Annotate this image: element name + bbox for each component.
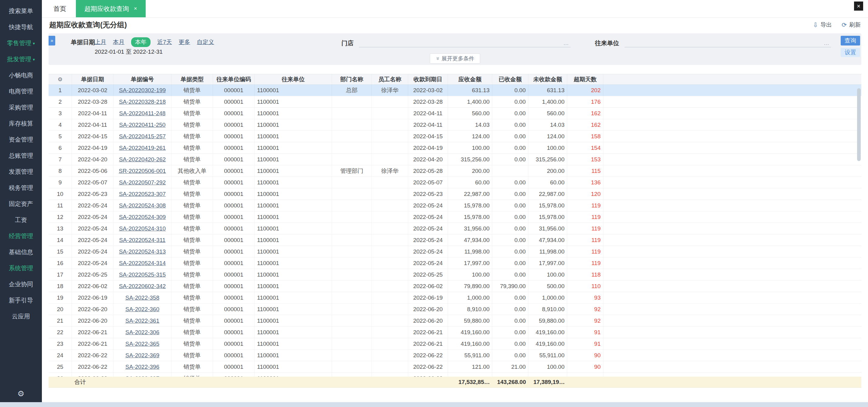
column-header-doc_date[interactable]: 单据日期 bbox=[72, 74, 114, 84]
cell-doc_no[interactable]: SA-2022-358 bbox=[114, 292, 172, 303]
cell-doc_no[interactable]: SA-2022-361 bbox=[114, 315, 172, 326]
column-header-received[interactable]: 已收金额 bbox=[492, 74, 528, 84]
date-quick-option-2[interactable]: 本年 bbox=[131, 37, 151, 47]
sidebar-item-14[interactable]: 经营管理 bbox=[0, 228, 42, 244]
window-close-button[interactable]: × bbox=[854, 2, 863, 11]
sidebar-item-5[interactable]: 电商管理 bbox=[0, 83, 42, 99]
sidebar-item-17[interactable]: 企业协同 bbox=[0, 276, 42, 292]
document-link[interactable]: SA-20220602-342 bbox=[119, 283, 166, 290]
document-link[interactable]: SA-20220419-261 bbox=[119, 145, 166, 151]
table-row[interactable]: 102022-05-23SA-20220523-307销货单0000011100… bbox=[49, 188, 861, 200]
table-row[interactable]: 42022-04-11SA-20220411-250销货单00000111000… bbox=[49, 119, 861, 131]
document-link[interactable]: SA-2022-306 bbox=[125, 329, 159, 336]
table-row[interactable]: 262022-06-23SA-2022-397销货单00000111000012… bbox=[49, 373, 861, 377]
sidebar-item-2[interactable]: 零售管理▾ bbox=[0, 35, 42, 51]
table-row[interactable]: 252022-06-22SA-2022-396销货单00000111000012… bbox=[49, 361, 861, 373]
sidebar-item-7[interactable]: 库存核算 bbox=[0, 115, 42, 132]
table-row[interactable]: 52022-04-15SA-20220415-257销货单00000111000… bbox=[49, 131, 861, 142]
sidebar-item-12[interactable]: 固定资产 bbox=[0, 196, 42, 212]
sidebar-item-1[interactable]: 快捷导航 bbox=[0, 19, 42, 35]
partner-input[interactable]: … bbox=[625, 38, 831, 47]
cell-doc_no[interactable]: SA-2022-369 bbox=[114, 350, 172, 361]
table-row[interactable]: 112022-05-24SA-20220524-308销货单0000011100… bbox=[49, 200, 861, 211]
table-row[interactable]: 22022-03-28SA-20220328-218销货单00000111000… bbox=[49, 96, 861, 108]
table-row[interactable]: 162022-05-24SA-20220524-314销货单0000011100… bbox=[49, 258, 861, 269]
document-link[interactable]: SA-2022-365 bbox=[125, 341, 159, 347]
document-link[interactable]: SA-20220328-218 bbox=[119, 99, 166, 105]
table-row[interactable]: 232022-06-21SA-2022-365销货单00000111000012… bbox=[49, 338, 861, 350]
cell-doc_no[interactable]: SA-2022-365 bbox=[114, 338, 172, 349]
column-header-dept[interactable]: 部门名称 bbox=[332, 74, 372, 84]
document-link[interactable]: SA-2022-361 bbox=[125, 317, 159, 324]
sidebar-item-15[interactable]: 基础信息 bbox=[0, 244, 42, 260]
store-input[interactable]: … bbox=[359, 38, 570, 47]
cell-doc_no[interactable]: SA-20220524-311 bbox=[114, 234, 172, 246]
document-link[interactable]: SA-20220524-311 bbox=[119, 237, 166, 243]
document-link[interactable]: SA-20220415-257 bbox=[119, 133, 166, 140]
sidebar-item-16[interactable]: 系统管理 bbox=[0, 260, 42, 276]
column-header-partner_code[interactable]: 往来单位编码 bbox=[213, 74, 255, 84]
sidebar-item-6[interactable]: 采购管理 bbox=[0, 99, 42, 115]
table-row[interactable]: 202022-06-20SA-2022-360销货单00000111000012… bbox=[49, 304, 861, 315]
sidebar-item-10[interactable]: 发票管理 bbox=[0, 164, 42, 180]
table-row[interactable]: 172022-05-25SA-20220525-315销货单0000011100… bbox=[49, 269, 861, 280]
document-link[interactable]: SA-20220524-314 bbox=[119, 260, 166, 267]
table-row[interactable]: 142022-05-24SA-20220524-311销货单0000011100… bbox=[49, 234, 861, 246]
sidebar-item-4[interactable]: 小畅电商 bbox=[0, 67, 42, 83]
cell-doc_no[interactable]: SA-20220523-307 bbox=[114, 188, 172, 200]
document-link[interactable]: SA-2022-396 bbox=[125, 364, 159, 370]
table-row[interactable]: 12022-03-02SA-20220302-199销货单00000111000… bbox=[49, 84, 861, 96]
document-link[interactable]: SA-2022-358 bbox=[125, 295, 159, 301]
document-link[interactable]: SA-2022-397 bbox=[125, 375, 159, 377]
cell-doc_no[interactable]: SA-20220411-250 bbox=[114, 119, 172, 130]
document-link[interactable]: SR-20220506-001 bbox=[119, 168, 166, 174]
cell-doc_no[interactable]: SA-20220302-199 bbox=[114, 84, 172, 96]
column-header-overdue[interactable]: 超期天数 bbox=[567, 74, 603, 84]
settings-button[interactable]: 设置 bbox=[841, 48, 860, 57]
date-quick-option-5[interactable]: 自定义 bbox=[197, 38, 214, 46]
vertical-scrollbar[interactable] bbox=[857, 86, 861, 375]
store-lookup-icon[interactable]: … bbox=[563, 40, 569, 46]
table-row[interactable]: 182022-06-02SA-20220602-342销货单0000011100… bbox=[49, 280, 861, 292]
document-link[interactable]: SA-20220420-262 bbox=[119, 156, 166, 163]
cell-doc_no[interactable]: SA-20220507-292 bbox=[114, 177, 172, 188]
table-row[interactable]: 62022-04-19SA-20220419-261销货单00000111000… bbox=[49, 142, 861, 154]
table-row[interactable]: 32022-04-11SA-20220411-248销货单00000111000… bbox=[49, 108, 861, 119]
table-row[interactable]: 122022-05-24SA-20220524-309销货单0000011100… bbox=[49, 211, 861, 223]
tab-close-icon[interactable]: × bbox=[134, 5, 137, 12]
column-header-doc_no[interactable]: 单据编号 bbox=[114, 74, 172, 84]
column-header-seq[interactable]: ⚙ bbox=[49, 74, 72, 84]
document-link[interactable]: SA-20220302-199 bbox=[119, 87, 166, 94]
table-row[interactable]: 82022-05-06SR-20220506-001其他收入单000001110… bbox=[49, 165, 861, 177]
partner-lookup-icon[interactable]: … bbox=[824, 40, 830, 46]
sidebar-item-3[interactable]: 批发管理▾ bbox=[0, 51, 42, 67]
scrollbar-thumb[interactable] bbox=[857, 88, 861, 161]
cell-doc_no[interactable]: SA-20220524-313 bbox=[114, 246, 172, 257]
date-quick-option-4[interactable]: 更多 bbox=[179, 38, 190, 46]
refresh-button[interactable]: ⟳ 刷新 bbox=[842, 21, 861, 29]
date-range-value[interactable]: 2022-01-01 至 2022-12-31 bbox=[95, 48, 163, 56]
cell-doc_no[interactable]: SA-20220524-308 bbox=[114, 200, 172, 211]
sidebar-item-11[interactable]: 税务管理 bbox=[0, 180, 42, 196]
cell-doc_no[interactable]: SA-2022-396 bbox=[114, 361, 172, 372]
table-row[interactable]: 132022-05-24SA-20220524-310销货单0000011100… bbox=[49, 223, 861, 234]
export-button[interactable]: ⇩ 导出 bbox=[813, 21, 832, 29]
document-link[interactable]: SA-20220524-309 bbox=[119, 214, 166, 221]
cell-doc_no[interactable]: SA-2022-360 bbox=[114, 304, 172, 315]
sidebar-item-18[interactable]: 新手引导 bbox=[0, 292, 42, 308]
cell-doc_no[interactable]: SA-20220525-315 bbox=[114, 269, 172, 280]
document-link[interactable]: SA-20220523-307 bbox=[119, 191, 166, 197]
sidebar-item-9[interactable]: 总账管理 bbox=[0, 148, 42, 164]
cell-doc_no[interactable]: SA-20220524-309 bbox=[114, 211, 172, 223]
tab-overdue-receivables-query[interactable]: 超期应收款查询 × bbox=[76, 0, 146, 17]
query-button[interactable]: 查询 bbox=[841, 36, 860, 45]
document-link[interactable]: SA-20220524-308 bbox=[119, 202, 166, 209]
column-header-outstanding[interactable]: 未收款金额 bbox=[528, 74, 567, 84]
table-row[interactable]: 92022-05-07SA-20220507-292销货单00000111000… bbox=[49, 177, 861, 188]
table-row[interactable]: 152022-05-24SA-20220524-313销货单0000011100… bbox=[49, 246, 861, 258]
cell-doc_no[interactable]: SA-20220602-342 bbox=[114, 280, 172, 292]
cell-doc_no[interactable]: SA-20220420-262 bbox=[114, 154, 172, 165]
document-link[interactable]: SA-2022-360 bbox=[125, 306, 159, 313]
column-header-due_date[interactable]: 收款到期日 bbox=[408, 74, 448, 84]
table-row[interactable]: 222022-06-21SA-2022-306销货单00000111000012… bbox=[49, 327, 861, 338]
